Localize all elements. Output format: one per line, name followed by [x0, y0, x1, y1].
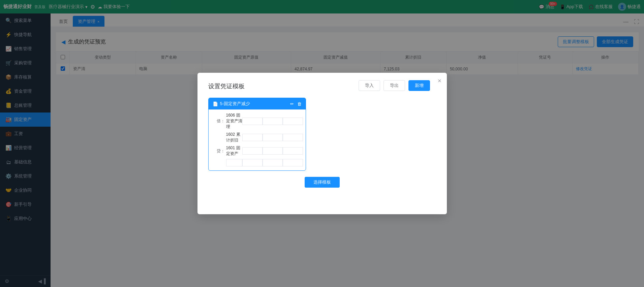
empty-cell-4	[283, 159, 303, 166]
empty-cell-2	[242, 159, 263, 166]
credit-cells-1	[242, 147, 303, 155]
template-doc-icon: 📄	[213, 101, 218, 106]
debit-account-2: 1602 累计折旧	[226, 132, 242, 143]
template-card-body: 借： 1606 固定资产清理 1602 累计折旧	[209, 109, 306, 168]
modal-new-btn[interactable]: 新增	[408, 80, 430, 91]
modal-set-template: × 设置凭证模板 导入 导出 新增 📄 5-固定资产减少 ✏ 🗑	[197, 73, 447, 214]
credit-label-1: 贷：	[211, 148, 225, 154]
cell-3b	[263, 147, 283, 155]
select-template-btn[interactable]: 选择模板	[305, 177, 340, 188]
debit-account-1: 1606 固定资产清理	[226, 113, 242, 130]
template-delete-icon[interactable]: 🗑	[297, 101, 302, 106]
empty-cell-1	[226, 159, 242, 166]
debit-cells-2	[242, 134, 303, 141]
cell-2c	[283, 134, 303, 141]
cell-3a	[242, 147, 263, 155]
template-card-title: 📄 5-固定资产减少	[213, 101, 250, 107]
cell-1c	[283, 118, 303, 125]
template-edit-icon[interactable]: ✏	[290, 101, 294, 106]
cell-2b	[263, 134, 283, 141]
template-debit-row-2: 1602 累计折旧	[211, 131, 303, 144]
cell-1b	[263, 118, 283, 125]
template-debit-row-1: 借： 1606 固定资产清理	[211, 111, 303, 131]
empty-label-space	[211, 159, 226, 166]
empty-cell-3	[263, 159, 283, 166]
modal-export-btn[interactable]: 导出	[384, 80, 405, 91]
debit-cells-1	[242, 118, 303, 125]
template-credit-row-1: 贷： 1601 固定资产	[211, 144, 303, 158]
credit-account-1: 1601 固定资产	[226, 145, 242, 157]
cell-3c	[283, 147, 303, 155]
modal-backdrop[interactable]: × 设置凭证模板 导入 导出 新增 📄 5-固定资产减少 ✏ 🗑	[0, 0, 644, 287]
template-card-actions: ✏ 🗑	[290, 101, 302, 106]
template-card-header: 📄 5-固定资产减少 ✏ 🗑	[209, 98, 306, 109]
cell-2a	[242, 134, 263, 141]
modal-close-btn[interactable]: ×	[438, 77, 441, 85]
debit-label-1: 借：	[211, 118, 225, 124]
template-card: 📄 5-固定资产减少 ✏ 🗑 借： 1606 固定资产清理	[208, 98, 306, 171]
modal-toolbar: 导入 导出 新增	[359, 80, 430, 91]
template-empty-row	[211, 159, 303, 166]
template-name: 5-固定资产减少	[220, 101, 250, 107]
modal-import-btn[interactable]: 导入	[359, 80, 380, 91]
cell-1a	[242, 118, 263, 125]
